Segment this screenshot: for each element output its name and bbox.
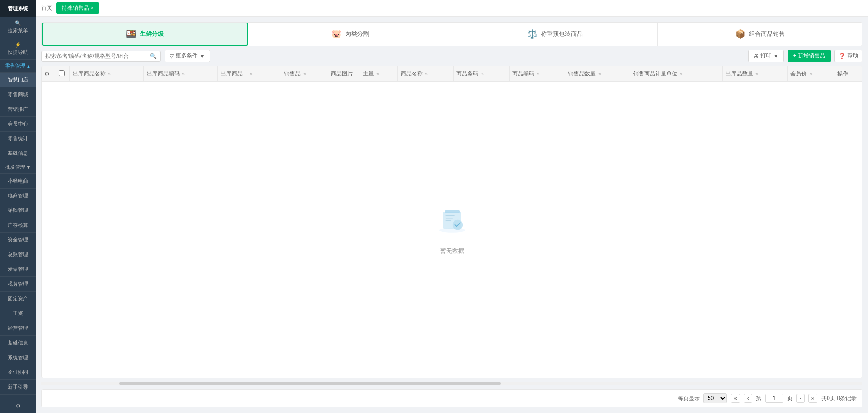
sidebar-item-retailstats[interactable]: 零售统计 bbox=[0, 132, 36, 146]
last-page-button[interactable]: » bbox=[808, 394, 818, 403]
sidebar-item-label: 固定资产 bbox=[8, 295, 28, 302]
horizontal-scrollbar[interactable] bbox=[41, 382, 862, 385]
last-page-icon: » bbox=[811, 395, 815, 402]
sidebar-item-marketing[interactable]: 营销推广 bbox=[0, 102, 36, 117]
empty-state: 暂无数据 bbox=[42, 82, 862, 378]
sidebar-item-purchase[interactable]: 采购管理 bbox=[0, 203, 36, 218]
help-button[interactable]: ❓ 帮助 bbox=[834, 50, 862, 62]
col-product-name[interactable]: 商品名称 ⇅ bbox=[397, 66, 454, 82]
sidebar-item-newbie[interactable]: 新手引导 bbox=[0, 380, 36, 395]
tab-weight[interactable]: ⚖️ 称重预包装商品 bbox=[453, 23, 658, 46]
sidebar-gear-btn[interactable]: ⚙ bbox=[0, 399, 36, 413]
scrollbar-thumb[interactable] bbox=[119, 382, 501, 385]
sidebar-item-invoice[interactable]: 发票管理 bbox=[0, 262, 36, 277]
sidebar-item-retailmall[interactable]: 零售商城 bbox=[0, 87, 36, 102]
col-out-code[interactable]: 出库商品编码 ⇅ bbox=[143, 66, 217, 82]
sidebar-item-system[interactable]: 系统管理 bbox=[0, 350, 36, 365]
sort-icon: ⇅ bbox=[598, 72, 601, 76]
col-out-spec[interactable]: 出库商品... ⇅ bbox=[218, 66, 281, 82]
print-button[interactable]: 🖨 打印 ▼ bbox=[748, 50, 784, 62]
sidebar-item-label: 会员中心 bbox=[8, 120, 28, 127]
col-member-price[interactable]: 会员价 ⇅ bbox=[788, 66, 834, 82]
help-label: 帮助 bbox=[847, 52, 858, 60]
sidebar-item-label: 零售统计 bbox=[8, 135, 28, 142]
sidebar-item-members[interactable]: 会员中心 bbox=[0, 117, 36, 132]
sidebar-item-label: 快捷导航 bbox=[8, 49, 28, 56]
sidebar-item-basicinfo2[interactable]: 基础信息 bbox=[0, 336, 36, 350]
svg-rect-5 bbox=[445, 218, 453, 218]
prev-page-button[interactable]: ‹ bbox=[744, 394, 752, 403]
col-product-code[interactable]: 商品编码 ⇅ bbox=[509, 66, 565, 82]
tab-meat[interactable]: 🐷 肉类分割 bbox=[248, 23, 453, 46]
sidebar-item-label: 批发管理 bbox=[5, 164, 25, 171]
combo-icon: 📦 bbox=[735, 29, 745, 39]
col-out-qty[interactable]: 出库品数量 ⇅ bbox=[722, 66, 787, 82]
fresh-icon: 🍱 bbox=[126, 29, 136, 39]
next-page-button[interactable]: › bbox=[796, 394, 805, 403]
toolbar: 🔍 ▽ 更多条件 ▼ 🖨 打印 ▼ + 新增销售品 ❓ bbox=[41, 50, 862, 62]
col-checkbox[interactable] bbox=[56, 66, 69, 82]
tab-combo-label: 组合商品销售 bbox=[749, 30, 785, 38]
sort-icon: ⇅ bbox=[376, 72, 380, 76]
sidebar-item-accounts[interactable]: 总账管理 bbox=[0, 247, 36, 262]
col-sale-item[interactable]: 销售品 ⇅ bbox=[281, 66, 328, 82]
sidebar-item-finance[interactable]: 资金管理 bbox=[0, 233, 36, 247]
sort-icon: ⇅ bbox=[182, 72, 185, 76]
sidebar-item-label: 采购管理 bbox=[8, 207, 28, 214]
sidebar-item-label: 税务管理 bbox=[8, 281, 28, 287]
sidebar-item-salary[interactable]: 工资 bbox=[0, 306, 36, 321]
page-number-input[interactable] bbox=[765, 394, 783, 403]
sidebar-item-operations[interactable]: 经营管理 bbox=[0, 321, 36, 336]
first-page-button[interactable]: « bbox=[731, 394, 740, 403]
data-table: ⚙ 出库商品名称 ⇅ 出库商品编码 ⇅ bbox=[42, 66, 862, 82]
sidebar-item-label: 电商管理 bbox=[8, 192, 28, 199]
sidebar-item-miniapp[interactable]: 小畅电商 bbox=[0, 174, 36, 189]
tab-fresh[interactable]: 🍱 生鲜分级 bbox=[42, 23, 248, 46]
sidebar-item-quicknav[interactable]: ⚡ 快捷导航 bbox=[0, 38, 36, 60]
help-icon: ❓ bbox=[839, 53, 845, 59]
col-sale-unit[interactable]: 销售商品计量单位 ⇅ bbox=[630, 66, 722, 82]
sidebar-item-inventory[interactable]: 库存核算 bbox=[0, 218, 36, 233]
empty-icon bbox=[434, 205, 471, 241]
col-main-weight[interactable]: 主量 ⇅ bbox=[360, 66, 397, 82]
sidebar-item-basicinfo[interactable]: 基础信息 bbox=[0, 146, 36, 161]
per-page-select[interactable]: 50 10 20 100 bbox=[703, 393, 727, 403]
sidebar-item-label: 零售商城 bbox=[8, 91, 28, 98]
sidebar-item-ecommerce[interactable]: 电商管理 bbox=[0, 189, 36, 203]
data-table-container: ⚙ 出库商品名称 ⇅ 出库商品编码 ⇅ bbox=[41, 66, 862, 378]
filter-button[interactable]: ▽ 更多条件 ▼ bbox=[165, 50, 210, 62]
col-barcode[interactable]: 商品条码 ⇅ bbox=[454, 66, 510, 82]
logo-text: 管理系统 bbox=[8, 5, 28, 12]
sidebar-item-wholesale[interactable]: 批发管理 ▼ bbox=[0, 161, 36, 174]
sidebar-item-retail[interactable]: 零售管理 ▲ bbox=[0, 60, 36, 73]
tab-combo[interactable]: 📦 组合商品销售 bbox=[658, 23, 862, 46]
chevron-down-icon: ▲ bbox=[26, 63, 31, 69]
add-sale-button[interactable]: + 新增销售品 bbox=[788, 50, 831, 62]
col-settings[interactable]: ⚙ bbox=[42, 66, 56, 82]
sort-icon: ⇅ bbox=[481, 72, 484, 76]
topnav: 首页 特殊销售品 × bbox=[36, 0, 868, 17]
search-input[interactable] bbox=[45, 53, 148, 59]
sidebar-item-tax[interactable]: 税务管理 bbox=[0, 277, 36, 292]
print-arrow-icon: ▼ bbox=[773, 53, 779, 59]
print-icon: 🖨 bbox=[753, 53, 759, 59]
sidebar-item-search[interactable]: 🔍 搜索菜单 bbox=[0, 17, 36, 38]
tab-fresh-label: 生鲜分级 bbox=[140, 30, 164, 38]
empty-text: 暂无数据 bbox=[440, 247, 464, 255]
sidebar-item-label: 库存核算 bbox=[8, 222, 28, 229]
home-link[interactable]: 首页 bbox=[41, 4, 52, 12]
close-tab-icon[interactable]: × bbox=[91, 6, 94, 11]
add-label: + 新增销售品 bbox=[793, 52, 825, 60]
sidebar-item-enterprise[interactable]: 企业协同 bbox=[0, 365, 36, 380]
sidebar-item-label: 新手引导 bbox=[8, 384, 28, 390]
sidebar-item-fixedassets[interactable]: 固定资产 bbox=[0, 292, 36, 306]
col-out-name[interactable]: 出库商品名称 ⇅ bbox=[69, 66, 143, 82]
chevron-down-icon: ▼ bbox=[26, 165, 31, 170]
col-sale-qty[interactable]: 销售品数量 ⇅ bbox=[565, 66, 630, 82]
active-tab[interactable]: 特殊销售品 × bbox=[56, 2, 99, 14]
sidebar-item-label: 经营管理 bbox=[8, 325, 28, 332]
sidebar-item-smartshop[interactable]: 智慧门店 bbox=[0, 73, 36, 87]
total-records-label: 共0页 0条记录 bbox=[821, 395, 857, 402]
select-all-checkbox[interactable] bbox=[59, 70, 65, 76]
svg-rect-6 bbox=[445, 220, 451, 221]
